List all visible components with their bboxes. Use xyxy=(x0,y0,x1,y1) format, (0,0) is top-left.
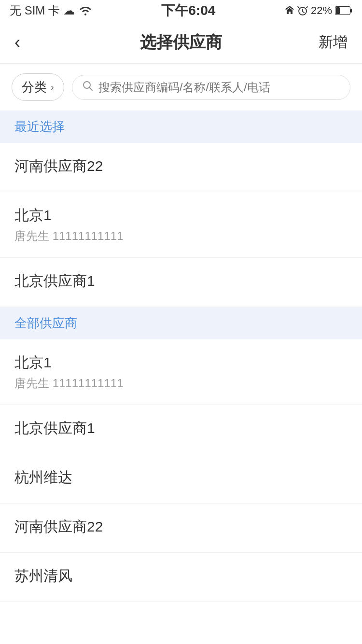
category-button[interactable]: 分类 › xyxy=(12,73,64,101)
search-input[interactable] xyxy=(98,81,340,94)
list-item[interactable]: 北京1唐先生 11111111111 xyxy=(0,192,362,258)
back-button[interactable]: ‹ xyxy=(14,32,43,53)
no-sim-text: 无 SIM 卡 ☁ xyxy=(10,3,75,18)
status-time: 下午6:04 xyxy=(161,1,215,20)
battery-text: 22% xyxy=(311,4,332,17)
all-items-list: 北京1唐先生 11111111111北京供应商1杭州维达河南供应商22苏州清风 xyxy=(0,339,362,602)
list-item[interactable]: 河南供应商22 xyxy=(0,504,362,553)
all-section-label: 全部供应商 xyxy=(14,316,77,330)
list-item[interactable]: 河南供应商22 xyxy=(0,143,362,192)
item-name: 北京供应商1 xyxy=(14,271,348,291)
nav-bar: ‹ 选择供应商 新增 xyxy=(0,21,362,64)
wifi-icon xyxy=(79,6,92,15)
list-item[interactable]: 北京供应商1 xyxy=(0,405,362,454)
item-name: 杭州维达 xyxy=(14,468,348,488)
page-title: 选择供应商 xyxy=(140,31,222,54)
list-item[interactable]: 杭州维达 xyxy=(0,454,362,504)
list-item[interactable]: 北京供应商1 xyxy=(0,258,362,307)
item-name: 河南供应商22 xyxy=(14,517,348,537)
status-right: 22% xyxy=(285,4,352,17)
item-name: 苏州清风 xyxy=(14,566,348,586)
category-label: 分类 xyxy=(22,79,47,96)
item-name: 北京1 xyxy=(14,353,348,373)
recent-items-list: 河南供应商22北京1唐先生 11111111111北京供应商1 xyxy=(0,143,362,307)
status-bar: 无 SIM 卡 ☁ 下午6:04 22% xyxy=(0,0,362,21)
all-section-header: 全部供应商 xyxy=(0,307,362,339)
svg-rect-3 xyxy=(350,9,352,13)
status-left: 无 SIM 卡 ☁ xyxy=(10,3,92,18)
item-name: 北京1 xyxy=(14,206,348,225)
item-sub: 唐先生 11111111111 xyxy=(14,228,348,244)
item-name: 北京供应商1 xyxy=(14,419,348,438)
item-name: 河南供应商22 xyxy=(14,156,348,176)
recent-section-header: 最近选择 xyxy=(0,111,362,143)
chevron-right-icon: › xyxy=(51,82,54,93)
list-item[interactable]: 北京1唐先生 11111111111 xyxy=(0,339,362,405)
item-sub: 唐先生 11111111111 xyxy=(14,376,348,391)
recent-section-label: 最近选择 xyxy=(14,119,65,134)
filter-bar: 分类 › xyxy=(0,64,362,111)
list-item[interactable]: 苏州清风 xyxy=(0,553,362,602)
add-button[interactable]: 新增 xyxy=(319,32,348,52)
search-box xyxy=(72,75,350,100)
location-icon xyxy=(285,5,294,16)
battery-icon xyxy=(335,6,352,15)
search-icon xyxy=(82,80,94,95)
svg-rect-2 xyxy=(336,7,340,14)
alarm-icon xyxy=(297,5,308,16)
